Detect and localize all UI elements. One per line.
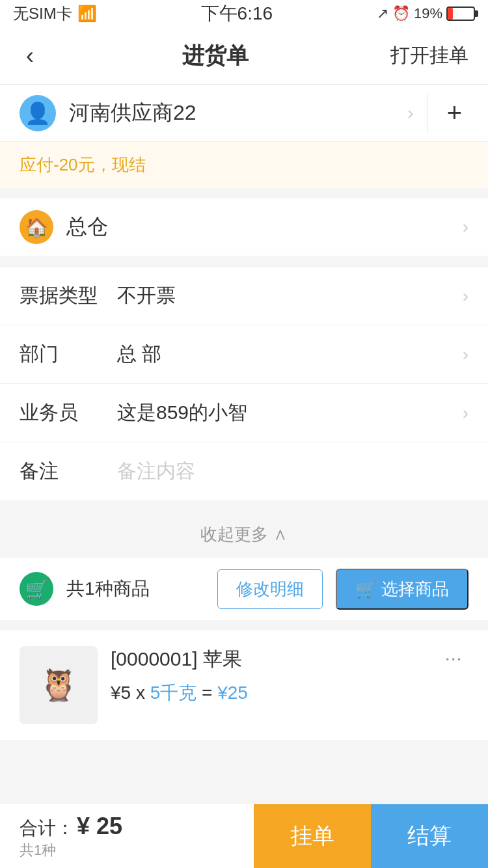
warehouse-icon: 🏠: [20, 210, 53, 244]
invoice-type-row[interactable]: 票据类型 不开票 ›: [0, 266, 488, 325]
supplier-row[interactable]: 👤 河南供应商22 › +: [0, 85, 488, 142]
main-content: 👤 河南供应商22 › + 应付-20元，现结 🏠 总仓 › 票据类型 不开票 …: [0, 85, 488, 740]
product-thumb-icon: 🦉: [39, 667, 78, 703]
supplier-section: 👤 河南供应商22 › + 应付-20元，现结: [0, 85, 488, 188]
product-count-icon: 🛒: [20, 572, 53, 606]
product-more-button[interactable]: ···: [438, 646, 468, 670]
location-icon: ↗: [377, 5, 388, 22]
product-info: [0000001] 苹果 ¥5 x 5千克 = ¥25: [111, 646, 425, 705]
remark-label: 备注: [20, 458, 111, 485]
product-thumbnail: 🦉: [20, 646, 98, 724]
salesperson-label: 业务员: [20, 400, 111, 426]
product-item: 🦉 [0000001] 苹果 ¥5 x 5千克 = ¥25 ···: [0, 631, 488, 740]
wifi-icon: 📶: [77, 5, 97, 23]
salesperson-value: 这是859的小智: [111, 400, 463, 426]
equals-sign: =: [197, 683, 217, 703]
status-right: ↗ ⏰ 19%: [377, 5, 475, 22]
supplier-avatar: 👤: [20, 95, 56, 131]
department-row[interactable]: 部门 总 部 ›: [0, 325, 488, 383]
avatar-icon: 👤: [25, 101, 51, 126]
page-title: 进货单: [182, 41, 249, 71]
bottom-actions: 挂单 结算: [254, 804, 488, 868]
invoice-type-chevron-icon: ›: [463, 286, 468, 306]
add-button[interactable]: +: [441, 92, 468, 134]
warehouse-label: 总仓: [66, 213, 463, 241]
remark-row[interactable]: 备注 备注内容: [0, 442, 488, 500]
total-highlight: ¥25: [217, 683, 248, 703]
product-price: ¥5 x 5千克 = ¥25: [111, 681, 425, 705]
cart-icon: 🛒: [355, 579, 376, 599]
battery-icon: [446, 7, 475, 21]
total-amount: ¥ 25: [77, 813, 122, 840]
alarm-icon: ⏰: [392, 5, 410, 22]
nav-bar: ‹ 进货单 打开挂单: [0, 27, 488, 85]
product-header: 🛒 共1种商品 修改明细 🛒 选择商品: [0, 558, 488, 620]
invoice-type-label: 票据类型: [20, 282, 111, 309]
salesperson-chevron-icon: ›: [463, 403, 468, 424]
checkout-button[interactable]: 结算: [371, 804, 488, 868]
status-left: 无SIM卡 📶: [13, 3, 97, 24]
edit-detail-button[interactable]: 修改明细: [217, 569, 323, 609]
select-product-label: 选择商品: [381, 578, 449, 601]
back-button[interactable]: ‹: [20, 36, 40, 76]
product-name: [0000001] 苹果: [111, 646, 425, 673]
salesperson-row[interactable]: 业务员 这是859的小智 ›: [0, 383, 488, 442]
cart-small-icon: 🛒: [25, 578, 48, 600]
form-section: 票据类型 不开票 › 部门 总 部 › 业务员 这是859的小智 › 备注 备注…: [0, 266, 488, 500]
department-chevron-icon: ›: [463, 344, 468, 365]
remark-input[interactable]: 备注内容: [111, 458, 468, 485]
supplier-name: 河南供应商22: [69, 99, 407, 128]
bottom-bar: 合计： ¥ 25 共1种 挂单 结算: [0, 804, 488, 868]
total-section: 合计： ¥ 25 共1种: [0, 813, 254, 860]
status-time: 下午6:16: [201, 1, 273, 26]
status-bar: 无SIM卡 📶 下午6:16 ↗ ⏰ 19%: [0, 0, 488, 27]
warehouse-chevron-icon: ›: [463, 217, 468, 237]
warehouse-row[interactable]: 🏠 总仓 ›: [0, 198, 488, 256]
collapse-toggle-text: 收起更多 ∧: [200, 523, 287, 546]
carrier-text: 无SIM卡: [13, 3, 72, 24]
department-label: 部门: [20, 341, 111, 368]
invoice-type-value: 不开票: [111, 282, 463, 309]
supplier-notice: 应付-20元，现结: [0, 142, 488, 188]
supplier-chevron-icon: ›: [407, 103, 413, 124]
total-label: 合计：: [20, 816, 74, 841]
department-value: 总 部: [111, 341, 463, 368]
price-formula: ¥5 x: [111, 683, 150, 703]
open-pending-button[interactable]: 打开挂单: [390, 42, 468, 69]
collapse-toggle[interactable]: 收起更多 ∧: [0, 511, 488, 558]
divider: [427, 94, 427, 133]
select-product-button[interactable]: 🛒 选择商品: [336, 569, 468, 610]
battery-percent: 19%: [414, 5, 442, 22]
hang-button[interactable]: 挂单: [254, 804, 371, 868]
product-count-text: 共1种商品: [66, 576, 204, 601]
total-count: 共1种: [20, 841, 234, 860]
quantity-highlight: 5千克: [150, 683, 197, 703]
house-icon: 🏠: [25, 217, 48, 238]
warehouse-section: 🏠 总仓 ›: [0, 198, 488, 256]
